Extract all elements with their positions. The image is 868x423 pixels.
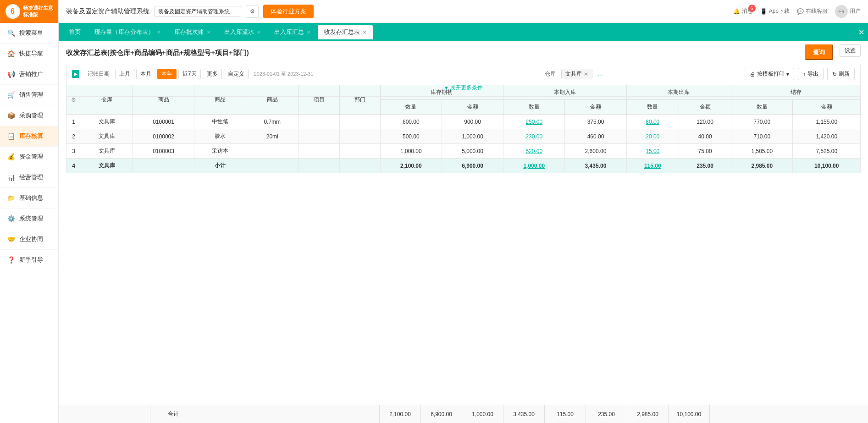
out-qty-link[interactable]: 15.00 bbox=[646, 148, 659, 154]
app-download-btn[interactable]: 📱 App下载 bbox=[760, 7, 790, 15]
date-btn-custom[interactable]: 自定义 bbox=[224, 69, 249, 79]
tab-label-home: 首页 bbox=[69, 28, 81, 36]
col-in-amt: 金额 bbox=[565, 100, 626, 115]
row-bal-qty: 1,505.00 bbox=[731, 144, 793, 159]
sidebar-item-inventory[interactable]: 📋库存核算 bbox=[0, 126, 58, 147]
row-out-qty: 80.00 bbox=[626, 115, 679, 129]
online-service-btn[interactable]: 💬 在线客服 bbox=[797, 7, 828, 15]
tab-list: 首页现存量（库存分布表）✕库存批次账✕出入库流水✕出入库汇总✕收发存汇总表✕ bbox=[62, 25, 373, 39]
user-btn[interactable]: Ea 用户 bbox=[835, 5, 861, 18]
row-bal-qty: 2,985.00 bbox=[731, 159, 793, 173]
sidebar-item-quick_nav[interactable]: 🏠快捷导航 bbox=[0, 44, 58, 64]
system-select[interactable]: 装备及固定资产辅助管理系统 bbox=[154, 6, 241, 17]
tab-close-inventory_dist[interactable]: ✕ bbox=[157, 30, 160, 35]
out-qty-link[interactable]: 80.00 bbox=[646, 119, 659, 125]
sidebar-item-marketing[interactable]: 📢营销推广 bbox=[0, 64, 58, 85]
tab-recv_send_summary[interactable]: 收发存汇总表✕ bbox=[318, 25, 373, 39]
col-bal-qty: 数量 bbox=[731, 100, 793, 115]
table-container: ⚙ 仓库 商品 商品 商品 项目 部门 库存期初 本期入库 本期出库 结存 数量… bbox=[66, 85, 861, 173]
date-btn-more[interactable]: 更多 bbox=[203, 69, 222, 79]
row-in-amt: 3,435.00 bbox=[565, 159, 626, 173]
enterprise-icon: 🤝 bbox=[6, 235, 16, 244]
sidebar-label-search: 搜索菜单 bbox=[19, 29, 43, 37]
row-spec: 20ml bbox=[246, 129, 299, 144]
tab-label-inout_flow: 出入库流水 bbox=[224, 28, 254, 36]
row-out-amt: 75.00 bbox=[679, 144, 731, 159]
sidebar-item-enterprise[interactable]: 🤝企业协同 bbox=[0, 229, 58, 250]
trial-button[interactable]: 体验行业方案 bbox=[263, 5, 314, 18]
settings-gear-btn[interactable]: ⚙ bbox=[246, 5, 259, 18]
tab-close-inout_flow[interactable]: ✕ bbox=[257, 30, 260, 35]
sidebar-item-purchase[interactable]: 📦采购管理 bbox=[0, 105, 58, 126]
query-btn[interactable]: 查询 bbox=[805, 44, 833, 60]
row-open-amt: 6,900.00 bbox=[442, 159, 503, 173]
expand-filter-icon[interactable]: ▶ bbox=[72, 70, 79, 78]
print-btn[interactable]: 🖨 按模板打印 ▾ bbox=[745, 68, 794, 80]
system-icon: ⚙️ bbox=[6, 214, 16, 223]
sidebar-item-guide[interactable]: ❓新手引导 bbox=[0, 250, 58, 270]
sidebar-nav: 🔍搜索菜单🏠快捷导航📢营销推广🛒销售管理📦采购管理📋库存核算💰资金管理📊经营管理… bbox=[0, 23, 58, 423]
message-badge: 6 bbox=[748, 5, 756, 12]
row-warehouse: 文具库 bbox=[81, 129, 133, 144]
date-btn-last-month[interactable]: 上月 bbox=[115, 69, 134, 79]
refresh-btn[interactable]: ↻ 刷新 bbox=[827, 68, 855, 80]
expand-more-btn[interactable]: ▼ 展开更多条件 bbox=[444, 84, 483, 92]
row-dept bbox=[339, 129, 380, 144]
in-qty-link[interactable]: 1,000.00 bbox=[523, 163, 545, 169]
row-in-amt: 460.00 bbox=[565, 129, 626, 144]
setting-btn[interactable]: 设置 bbox=[840, 44, 861, 57]
tab-inout_summary[interactable]: 出入库汇总✕ bbox=[268, 25, 317, 39]
expand-arrow-icon: ▼ bbox=[444, 85, 449, 91]
tab-close-batch_account[interactable]: ✕ bbox=[207, 30, 210, 35]
date-btn-this-year[interactable]: 本年 bbox=[157, 69, 177, 79]
download-icon: 📱 bbox=[760, 8, 767, 15]
service-icon: 💬 bbox=[797, 8, 804, 15]
table-body: 1 文具库 0100001 中性笔 0.7mm 600.00 900.00 25… bbox=[66, 115, 861, 173]
guide-icon: ❓ bbox=[6, 255, 16, 264]
warehouse-filter-label: 仓库 bbox=[545, 70, 556, 78]
in-qty-link[interactable]: 520.00 bbox=[525, 148, 542, 154]
print-dropdown-icon: ▾ bbox=[786, 71, 789, 77]
export-btn[interactable]: ↑ 导出 bbox=[798, 68, 824, 80]
date-buttons: 上月 本月 本年 近7天 更多 自定义 bbox=[115, 69, 249, 79]
tab-inout_flow[interactable]: 出入库流水✕ bbox=[218, 25, 267, 39]
in-qty-link[interactable]: 230.00 bbox=[525, 133, 542, 140]
footer-bal-amt: 10,100.00 bbox=[669, 405, 710, 423]
sidebar-item-operations[interactable]: 📊经营管理 bbox=[0, 167, 58, 188]
filter-top-actions: 🖨 按模板打印 ▾ ↑ 导出 ↻ 刷新 bbox=[745, 68, 855, 80]
row-index: 2 bbox=[66, 129, 81, 144]
row-dept bbox=[339, 115, 380, 129]
sidebar-item-sales[interactable]: 🛒销售管理 bbox=[0, 85, 58, 105]
tab-home[interactable]: 首页 bbox=[62, 25, 87, 39]
logo-text: 畅捷通好生意 标准版 bbox=[23, 5, 53, 19]
date-filter-label: 记账日期 bbox=[88, 70, 110, 78]
row-project bbox=[299, 144, 339, 159]
footer-out-amt: 235.00 bbox=[586, 405, 627, 423]
sidebar-item-search[interactable]: 🔍搜索菜单 bbox=[0, 23, 58, 44]
in-qty-link[interactable]: 250.00 bbox=[525, 119, 542, 125]
date-btn-7days[interactable]: 近7天 bbox=[178, 69, 201, 79]
out-qty-link[interactable]: 20.00 bbox=[646, 133, 659, 140]
out-qty-link[interactable]: 115.00 bbox=[644, 163, 661, 169]
date-btn-this-month[interactable]: 本月 bbox=[136, 69, 155, 79]
row-dept bbox=[339, 144, 380, 159]
tab-close-inout_summary[interactable]: ✕ bbox=[307, 30, 310, 35]
tab-inventory_dist[interactable]: 现存量（库存分布表）✕ bbox=[88, 25, 167, 39]
sidebar: 6 畅捷通好生意 标准版 🔍搜索菜单🏠快捷导航📢营销推广🛒销售管理📦采购管理📋库… bbox=[0, 0, 59, 423]
tab-close-recv_send_summary[interactable]: ✕ bbox=[363, 30, 366, 35]
warehouse-tag-remove[interactable]: ✕ bbox=[584, 71, 588, 77]
row-out-amt: 40.00 bbox=[679, 129, 731, 144]
footer-in-qty: 1,000.00 bbox=[462, 405, 503, 423]
warehouse-more-btn[interactable]: ... bbox=[598, 71, 603, 77]
sidebar-item-base_info[interactable]: 📁基础信息 bbox=[0, 188, 58, 209]
message-btn[interactable]: 🔔 消息 6 bbox=[733, 7, 753, 15]
tabbar-close-btn[interactable]: ✕ bbox=[858, 28, 864, 37]
sidebar-item-system[interactable]: ⚙️系统管理 bbox=[0, 209, 58, 229]
tab-batch_account[interactable]: 库存批次账✕ bbox=[168, 25, 217, 39]
filter-bar: ▶ 记账日期 上月 本月 本年 近7天 更多 自定义 2023-01-01 至 … bbox=[66, 64, 861, 97]
row-index: 3 bbox=[66, 144, 81, 159]
col-bal-amt: 金额 bbox=[793, 100, 861, 115]
col-settings-icon[interactable]: ⚙ bbox=[71, 97, 76, 103]
sidebar-item-assets[interactable]: 💰资金管理 bbox=[0, 147, 58, 167]
sidebar-label-sales: 销售管理 bbox=[19, 91, 43, 99]
